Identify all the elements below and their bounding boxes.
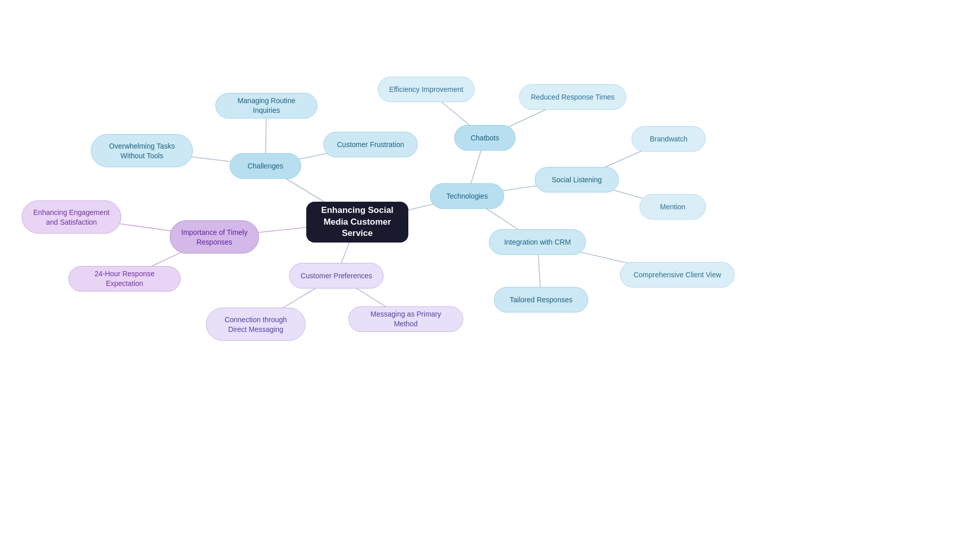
node-messaging-primary: Messaging as Primary Method [349,306,463,332]
node-customer-preferences: Customer Preferences [289,263,384,288]
node-mention: Mention [640,194,706,220]
node-importance-timely: Importance of Timely Responses [170,221,259,254]
node-overwhelming: Overwhelming Tasks Without Tools [91,134,193,167]
node-tailored-responses: Tailored Responses [494,287,589,312]
node-connection-direct: Connection through Direct Messaging [206,308,306,341]
node-reduced-response: Reduced Response Times [519,84,626,110]
node-chatbots: Chatbots [454,125,516,151]
node-integration-crm: Integration with CRM [489,229,586,255]
node-enhancing-engagement: Enhancing Engagement and Satisfaction [22,201,121,234]
node-efficiency-improvement: Efficiency Improvement [378,77,475,102]
node-response-expectation: 24-Hour Response Expectation [68,266,181,292]
node-challenges: Challenges [230,153,301,179]
mindmap-container: Enhancing Social Media Customer Service … [0,0,980,553]
node-social-listening: Social Listening [535,167,619,193]
node-brandwatch: Brandwatch [632,126,706,152]
node-customer-frustration: Customer Frustration [324,132,418,157]
node-managing-routine: Managing Routine Inquiries [215,93,317,118]
node-comprehensive-client: Comprehensive Client View [620,262,735,287]
node-technologies: Technologies [430,183,504,209]
node-central: Enhancing Social Media Customer Service [306,202,408,243]
